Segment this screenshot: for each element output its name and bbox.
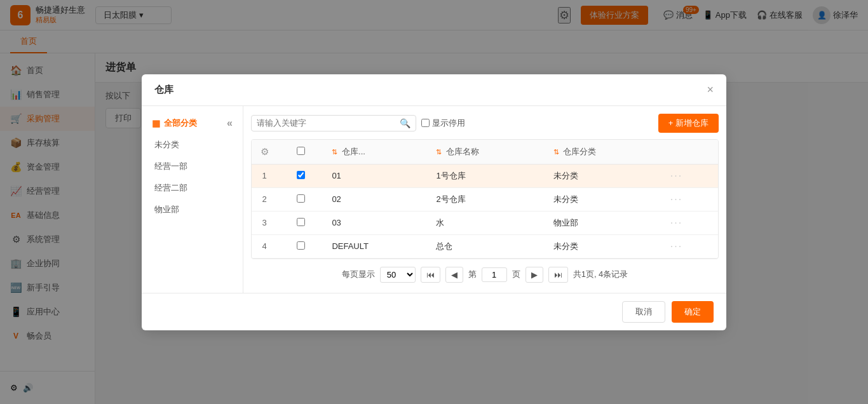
grid-icon: ▦ — [152, 118, 160, 128]
warehouse-modal: 仓库 × ▦ 全部分类 « 未分类 经营一部 经营二部 物业部 — [142, 74, 726, 330]
modal-title: 仓库 — [154, 84, 173, 96]
search-input-wrap: 🔍 — [251, 115, 416, 131]
search-icon: 🔍 — [400, 118, 410, 128]
modal-categories-panel: ▦ 全部分类 « 未分类 经营一部 经营二部 物业部 — [142, 106, 243, 293]
category-item-property[interactable]: 物业部 — [142, 199, 243, 220]
select-all-checkbox[interactable] — [297, 147, 305, 155]
add-warehouse-button[interactable]: + 新增仓库 — [658, 114, 719, 133]
row-more-actions[interactable]: ··· — [663, 187, 718, 211]
row-checkbox-cell[interactable] — [277, 164, 324, 187]
page-next-button[interactable]: ▶ — [526, 267, 543, 283]
modal-toolbar: 🔍 显示停用 + 新增仓库 — [251, 114, 719, 133]
row-category: 未分类 — [546, 187, 663, 211]
modal-footer: 取消 确定 — [142, 293, 726, 330]
modal-body: ▦ 全部分类 « 未分类 经营一部 经营二部 物业部 🔍 — [142, 106, 726, 293]
row-checkbox-cell[interactable] — [277, 234, 324, 258]
table-row[interactable]: 2 02 2号仓库 未分类 ··· — [252, 187, 718, 211]
table-row[interactable]: 4 DEFAULT 总仓 未分类 ··· — [252, 234, 718, 258]
col-header-checkbox[interactable] — [277, 140, 324, 165]
per-page-select[interactable]: 50 10 20 100 — [380, 267, 416, 283]
row-name: 2号仓库 — [428, 187, 545, 211]
row-more-actions[interactable]: ··· — [663, 211, 718, 234]
cancel-button[interactable]: 取消 — [622, 301, 665, 323]
col-header-code[interactable]: ⇅ 仓库... — [324, 140, 428, 165]
row-num: 1 — [252, 164, 277, 187]
row-checkbox[interactable] — [297, 241, 305, 250]
row-name: 1号仓库 — [428, 164, 545, 187]
row-num: 3 — [252, 211, 277, 234]
row-checkbox[interactable] — [297, 171, 305, 179]
show-disabled-checkbox[interactable] — [421, 119, 430, 127]
row-code: 02 — [324, 187, 428, 211]
row-category: 未分类 — [546, 164, 663, 187]
row-more-actions[interactable]: ··· — [663, 234, 718, 258]
col-header-category[interactable]: ⇅ 仓库分类 — [546, 140, 663, 165]
category-header[interactable]: ▦ 全部分类 « — [142, 112, 243, 134]
page-first-button[interactable]: ⏮ — [421, 267, 440, 283]
col-header-actions — [663, 140, 718, 165]
row-num: 2 — [252, 187, 277, 211]
col-header-name[interactable]: ⇅ 仓库名称 — [428, 140, 545, 165]
row-name: 总仓 — [428, 234, 545, 258]
col-header-settings[interactable]: ⚙ — [252, 140, 277, 165]
row-code: DEFAULT — [324, 234, 428, 258]
show-disabled-checkbox-label[interactable]: 显示停用 — [421, 118, 465, 129]
page-prev-button[interactable]: ◀ — [445, 267, 463, 283]
modal-right-panel: 🔍 显示停用 + 新增仓库 ⚙ — [243, 106, 726, 293]
category-item-unclassified[interactable]: 未分类 — [142, 134, 243, 156]
collapse-icon[interactable]: « — [227, 118, 233, 129]
search-input[interactable] — [257, 118, 396, 128]
row-checkbox-cell[interactable] — [277, 211, 324, 234]
table-row[interactable]: 3 03 水 物业部 ··· — [252, 211, 718, 234]
row-category: 未分类 — [546, 234, 663, 258]
confirm-button[interactable]: 确定 — [672, 301, 714, 323]
category-item-dept1[interactable]: 经营一部 — [142, 156, 243, 177]
modal-close-button[interactable]: × — [707, 83, 714, 97]
sort-icon-name: ⇅ — [436, 148, 442, 156]
row-code: 03 — [324, 211, 428, 234]
row-name: 水 — [428, 211, 545, 234]
row-code: 01 — [324, 164, 428, 187]
row-category: 物业部 — [546, 211, 663, 234]
page-last-button[interactable]: ⏭ — [548, 267, 568, 283]
modal-header: 仓库 × — [142, 74, 726, 106]
sort-icon-code: ⇅ — [332, 148, 337, 156]
row-checkbox[interactable] — [297, 218, 305, 226]
row-checkbox-cell[interactable] — [277, 187, 324, 211]
table-row[interactable]: 1 01 1号仓库 未分类 ··· — [252, 164, 718, 187]
category-item-dept2[interactable]: 经营二部 — [142, 177, 243, 199]
page-number-input[interactable] — [482, 267, 507, 282]
row-checkbox[interactable] — [297, 194, 305, 203]
modal-overlay: 仓库 × ▦ 全部分类 « 未分类 经营一部 经营二部 物业部 — [0, 0, 868, 404]
warehouse-table: ⚙ ⇅ 仓库... ⇅ 仓库名称 — [251, 139, 719, 259]
row-num: 4 — [252, 234, 277, 258]
sort-icon-category: ⇅ — [553, 148, 559, 156]
pagination: 每页显示 50 10 20 100 ⏮ ◀ 第 页 ▶ ⏭ 共1页, 4条记录 — [251, 259, 719, 285]
row-more-actions[interactable]: ··· — [663, 164, 718, 187]
